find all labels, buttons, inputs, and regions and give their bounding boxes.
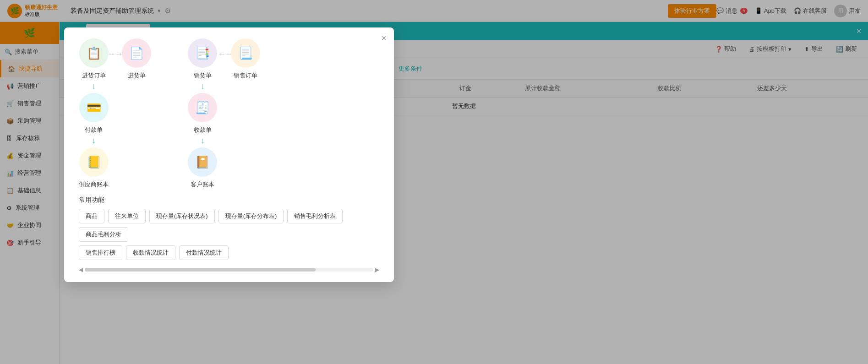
- func-btn-stock-dist[interactable]: 现存量(库存分布表): [218, 209, 284, 223]
- payment-node[interactable]: 💳 付款单: [79, 93, 109, 134]
- scroll-left-arrow[interactable]: ◀: [79, 266, 83, 273]
- flow-middle-left-col: 📄 进货单: [122, 38, 151, 80]
- flow-diagram: 📋 进货订单 ↓ 💳 付款单 ↓ 📒 供应商账本: [79, 38, 379, 189]
- arrow-h-1: - - →: [109, 38, 122, 59]
- customer-account-node[interactable]: 📔 客户账本: [188, 147, 217, 189]
- flow-left-col: 📋 进货订单 ↓ 💳 付款单 ↓ 📒 供应商账本: [79, 38, 109, 189]
- modal-close-btn[interactable]: ×: [381, 33, 387, 43]
- app-wrapper: 🌿 畅康通好生意 标准版 装备及固定资产辅助管理系统 ▾ ⚙ 体验行业方案 💬 …: [0, 0, 868, 364]
- sales-bill-icon: 📑: [188, 38, 217, 68]
- purchase-bill-node[interactable]: 📄 进货单: [122, 38, 151, 80]
- func-btn-receipt-stats[interactable]: 收款情况统计: [126, 245, 175, 260]
- purchase-bill-icon: 📄: [122, 38, 151, 68]
- purchase-order-label: 进货订单: [82, 71, 106, 80]
- receipt-label: 收款单: [194, 126, 212, 134]
- func-btn-payment-stats[interactable]: 付款情况统计: [179, 245, 229, 260]
- purchase-order-icon: 📋: [79, 38, 109, 68]
- customer-account-label: 客户账本: [191, 180, 214, 189]
- sales-order-icon: 📃: [231, 38, 260, 68]
- receipt-icon: 🧾: [188, 93, 217, 122]
- scroll-thumb[interactable]: [85, 268, 316, 272]
- supplier-account-label: 供应商账本: [79, 180, 109, 189]
- purchase-bill-label: 进货单: [128, 71, 146, 80]
- modal-overlay[interactable]: × 📋 进货订单 ↓ 💳 付款单: [0, 0, 868, 364]
- func-buttons-row2: 销售排行榜 收款情况统计 付款情况统计: [79, 245, 379, 260]
- flow-right-col: 📃 销售订单: [231, 38, 260, 80]
- arrow-down-2: ↓: [92, 136, 96, 146]
- receipt-node[interactable]: 🧾 收款单: [188, 93, 217, 134]
- sales-bill-label: 销货单: [194, 71, 212, 80]
- func-btn-parties[interactable]: 往来单位: [108, 209, 146, 223]
- func-btn-stock-status[interactable]: 现存量(库存状况表): [149, 209, 215, 223]
- sales-order-node[interactable]: 📃 销售订单: [231, 38, 260, 80]
- supplier-account-icon: 📒: [79, 147, 109, 177]
- func-buttons-row1: 商品 往来单位 现存量(库存状况表) 现存量(库存分布表) 销售毛利分析表 商品…: [79, 209, 379, 242]
- func-btn-goods-margin[interactable]: 商品毛利分析: [79, 227, 128, 242]
- payment-label: 付款单: [85, 126, 103, 134]
- func-btn-goods[interactable]: 商品: [79, 209, 104, 223]
- flow-middle-right-col: 📑 销货单 ↓ 🧾 收款单 ↓ 📔 客户账本: [188, 38, 217, 189]
- sales-order-label: 销售订单: [234, 71, 257, 80]
- common-functions: 常用功能 商品 往来单位 现存量(库存状况表) 现存量(库存分布表) 销售毛利分…: [79, 196, 379, 260]
- quick-nav-modal: × 📋 进货订单 ↓ 💳 付款单: [64, 27, 394, 282]
- customer-account-icon: 📔: [188, 147, 217, 177]
- supplier-account-node[interactable]: 📒 供应商账本: [79, 147, 109, 189]
- arrow-down-1: ↓: [92, 81, 96, 91]
- scroll-right-arrow[interactable]: ▶: [375, 266, 379, 273]
- purchase-order-node[interactable]: 📋 进货订单: [79, 38, 109, 80]
- func-btn-sales-rank[interactable]: 销售排行榜: [79, 245, 122, 260]
- arrow-h-2: ← - -: [217, 38, 230, 59]
- arrow-down-3: ↓: [201, 81, 205, 91]
- func-btn-sales-margin[interactable]: 销售毛利分析表: [287, 209, 343, 223]
- scroll-track[interactable]: [85, 268, 373, 272]
- payment-icon: 💳: [79, 93, 109, 122]
- sales-bill-node[interactable]: 📑 销货单: [188, 38, 217, 80]
- arrow-down-4: ↓: [201, 136, 205, 146]
- common-functions-title: 常用功能: [79, 196, 379, 204]
- modal-scrollbar: ◀ ▶: [79, 266, 379, 273]
